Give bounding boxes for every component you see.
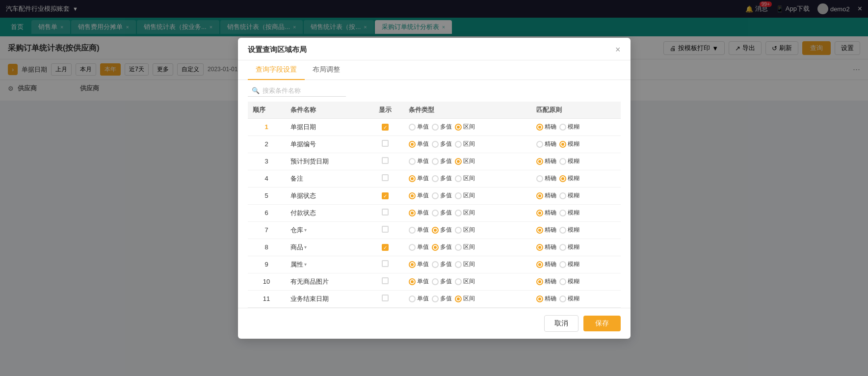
search-icon: 🔍 (252, 87, 260, 94)
dialog-tab-bar: 查询字段设置 布局调整 (238, 60, 631, 80)
modal-overlay: 设置查询区域布局 × 查询字段设置 布局调整 🔍 顺序 (0, 0, 868, 101)
dialog-title: 设置查询区域布局 (248, 45, 307, 54)
settings-dialog: 设置查询区域布局 × 查询字段设置 布局调整 🔍 顺序 (238, 38, 631, 101)
dialog-tab-layout[interactable]: 布局调整 (305, 60, 348, 80)
search-input[interactable] (263, 87, 341, 94)
dialog-tab-query-fields[interactable]: 查询字段设置 (248, 60, 305, 80)
dialog-header: 设置查询区域布局 × (238, 38, 631, 60)
layout-tab-label: 布局调整 (313, 65, 340, 73)
query-fields-tab-label: 查询字段设置 (256, 65, 297, 73)
dialog-close-button[interactable]: × (615, 45, 621, 55)
search-wrap: 🔍 (248, 85, 346, 97)
dialog-search-area: 🔍 (238, 80, 631, 101)
